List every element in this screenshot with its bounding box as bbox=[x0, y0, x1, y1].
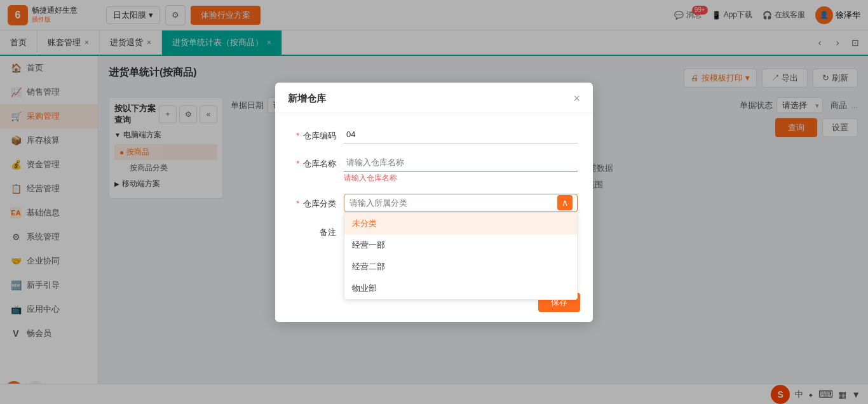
category-label: * 仓库分类 bbox=[290, 194, 336, 210]
category-dropdown-toggle[interactable]: ∧ bbox=[557, 195, 573, 210]
name-input[interactable] bbox=[344, 154, 578, 172]
modal-overlay: 新增仓库 × * 仓库编码 * 仓库名称 bbox=[0, 0, 868, 404]
name-error-message: 请输入仓库名称 bbox=[344, 173, 578, 184]
option-operations-1[interactable]: 经营一部 bbox=[344, 234, 577, 256]
form-row-name: * 仓库名称 请输入仓库名称 bbox=[290, 154, 578, 184]
form-row-category: * 仓库分类 ∧ 未分类 经营一部 经营二部 物业部 bbox=[290, 194, 578, 212]
category-dropdown-wrap: ∧ 未分类 经营一部 经营二部 物业部 bbox=[344, 194, 578, 212]
option-uncategorized[interactable]: 未分类 bbox=[344, 213, 577, 234]
option-operations-2[interactable]: 经营二部 bbox=[344, 256, 577, 278]
code-label: * 仓库编码 bbox=[290, 126, 336, 142]
code-input[interactable] bbox=[344, 126, 578, 144]
category-dropdown-list: 未分类 经营一部 经营二部 物业部 bbox=[344, 212, 578, 300]
modal-title: 新增仓库 bbox=[288, 93, 326, 105]
option-property[interactable]: 物业部 bbox=[344, 278, 577, 299]
modal-header: 新增仓库 × bbox=[275, 83, 593, 113]
modal-body: * 仓库编码 * 仓库名称 请输入仓库名称 bbox=[275, 113, 593, 285]
modal-close-button[interactable]: × bbox=[573, 93, 580, 104]
name-label: * 仓库名称 bbox=[290, 154, 336, 170]
form-row-code: * 仓库编码 bbox=[290, 126, 578, 144]
modal-add-warehouse: 新增仓库 × * 仓库编码 * 仓库名称 bbox=[275, 83, 593, 322]
note-label: 备注 bbox=[290, 222, 336, 238]
category-input[interactable] bbox=[344, 194, 578, 212]
